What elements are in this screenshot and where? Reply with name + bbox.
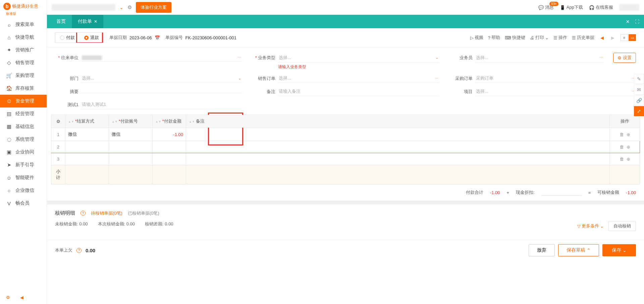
col-settle[interactable]: ▲▼*结算方式	[65, 115, 109, 128]
dept-input[interactable]: 选择...⌄	[81, 74, 242, 83]
messages-link[interactable]: 💬 消息 99+	[538, 4, 554, 10]
video-link[interactable]: ▷ 视频	[470, 35, 483, 41]
add-row-icon[interactable]: ⊕	[627, 132, 630, 137]
nav-item-1[interactable]: ⌂快捷导航	[0, 31, 47, 44]
view-card-icon[interactable]: ▭	[629, 34, 636, 41]
cell-amount[interactable]	[153, 153, 186, 165]
calendar-icon[interactable]: 📅	[155, 35, 160, 40]
save-button[interactable]: 保存 ⌄	[602, 244, 636, 256]
nav-item-3[interactable]: ◇销售管理	[0, 56, 47, 69]
prev-doc-icon[interactable]: ◀	[599, 35, 605, 40]
org-chevron-icon[interactable]: ⌄	[119, 5, 123, 10]
app-download-link[interactable]: 📱 App下载	[560, 4, 583, 10]
owe-info-icon[interactable]: ?	[76, 248, 82, 253]
discount-input[interactable]	[541, 189, 582, 196]
staff-input[interactable]: 选择...⋯	[475, 53, 604, 62]
summary-input[interactable]	[81, 90, 242, 93]
tab-fullscreen-icon[interactable]: ⛶	[634, 18, 641, 26]
tab-close-icon[interactable]: ✕	[94, 19, 97, 24]
service-link[interactable]: 🎧 在线客服	[589, 4, 613, 10]
settings-icon[interactable]: ⚙	[6, 295, 10, 300]
nav-item-9[interactable]: ◌系统管理	[0, 133, 47, 146]
table-row[interactable]: 2🗑⊕	[51, 141, 640, 153]
cell-amount[interactable]: -1.00	[153, 128, 186, 141]
project-input[interactable]: 选择...⋯	[475, 87, 636, 96]
verify-tab-done[interactable]: 已核销单据(0笔)	[128, 210, 159, 216]
table-row[interactable]: 1微信微信-1.00🗑⊕	[51, 128, 640, 141]
nav-item-13[interactable]: ○企业微信	[0, 184, 47, 197]
nav-item-5[interactable]: 🏠库存核算	[0, 82, 47, 95]
delete-row-icon[interactable]: 🗑	[620, 132, 624, 137]
col-account[interactable]: ▲▼*付款账号	[109, 115, 153, 128]
info-icon[interactable]: ?	[80, 211, 86, 216]
print-link[interactable]: 🖨 打印 ⌄	[530, 35, 549, 41]
more-conditions-link[interactable]: ▽ 更多条件 ⌄	[577, 223, 604, 229]
biztype-input[interactable]: 选择...⌄	[278, 53, 439, 62]
cell-remark[interactable]	[186, 128, 610, 141]
nav-label: 营销推广	[15, 47, 34, 53]
col-gear[interactable]: ⚙	[51, 115, 65, 128]
nav-item-6[interactable]: ⊙资金管理	[0, 95, 47, 107]
settings-button[interactable]: ⚙ 设置	[613, 53, 636, 63]
float-note-icon[interactable]: ✎	[634, 74, 644, 84]
radio-refund[interactable]: 退款	[79, 33, 104, 43]
purchase-order-input[interactable]: 采购订单⋯	[475, 74, 636, 83]
abandon-button[interactable]: 放弃	[529, 244, 555, 256]
cell-settle[interactable]: 微信	[65, 128, 109, 141]
operate-link[interactable]: ☰ 操作	[553, 35, 567, 41]
auto-verify-button[interactable]: 自动核销	[608, 221, 636, 231]
nav-item-7[interactable]: ▤经营管理	[0, 107, 47, 120]
float-expand-icon[interactable]: ⤢	[634, 106, 644, 116]
nav-item-10[interactable]: ▣企业协同	[0, 146, 47, 159]
col-amount[interactable]: ▲▼*付款金额	[153, 115, 186, 128]
nav-item-8[interactable]: ▦基础信息	[0, 120, 47, 133]
save-draft-button[interactable]: 保存草稿 ⌃	[558, 244, 599, 256]
remark-input[interactable]: 请输入备注	[278, 87, 439, 96]
doc-date-value[interactable]: 2023-06-06	[129, 35, 152, 40]
nav-item-4[interactable]: 🛒采购管理	[0, 69, 47, 82]
verify-amount-label: 可核销金额	[597, 189, 619, 196]
nav-item-11[interactable]: ➤新手引导	[0, 159, 47, 171]
avatar-blur[interactable]	[619, 4, 639, 11]
shortcut-link[interactable]: ⌨ 快捷键	[505, 35, 525, 41]
float-mail-icon[interactable]: ✉	[634, 85, 644, 95]
detail-table: ⚙ ▲▼*结算方式 ▲▼*付款账号 ▲▼*付款金额 ▲▼备注 操作 1微信微信-…	[51, 115, 640, 184]
history-link[interactable]: ☰ 历史单据	[572, 35, 594, 41]
add-row-icon[interactable]: ⊕	[627, 144, 630, 149]
unit-input[interactable]: ⋯	[81, 54, 242, 62]
radio-payment[interactable]: 付款	[55, 33, 79, 43]
nav-item-2[interactable]: ✦营销推广	[0, 44, 47, 56]
nav-icon: ◌	[6, 136, 12, 142]
sales-order-input[interactable]: 选择...⋯	[278, 74, 439, 83]
tab-home[interactable]: 首页	[50, 15, 72, 28]
delete-row-icon[interactable]: 🗑	[620, 157, 624, 162]
nav-item-14[interactable]: V畅会员	[0, 197, 47, 210]
tab-payment[interactable]: 付款单 ✕	[72, 15, 103, 28]
add-row-icon[interactable]: ⊕	[627, 157, 630, 162]
test1-input[interactable]: 请输入测试1	[81, 100, 242, 109]
table-row[interactable]: 3🗑⊕	[51, 153, 640, 165]
org-gear-icon[interactable]: ⚙	[127, 4, 132, 10]
col-remark[interactable]: ▲▼备注	[186, 115, 610, 128]
help-link[interactable]: ? 帮助	[488, 35, 500, 41]
cell-account[interactable]: 微信	[109, 128, 153, 141]
cell-remark[interactable]	[186, 141, 610, 153]
cell-remark[interactable]	[186, 153, 610, 165]
next-doc-icon[interactable]: ▶	[610, 35, 616, 40]
nav-item-0[interactable]: ⌕搜索菜单	[0, 18, 47, 31]
nav-item-12[interactable]: ☺智能硬件	[0, 171, 47, 184]
cell-account[interactable]	[109, 153, 153, 165]
trial-button[interactable]: 体验行业方案	[136, 2, 171, 13]
collapse-icon[interactable]: ◀	[20, 295, 23, 300]
field-unit: 往来单位 ⋯	[55, 53, 242, 63]
tab-close-all-icon[interactable]: ✕	[625, 18, 631, 26]
float-link-icon[interactable]: 🔗	[634, 95, 644, 105]
field-biztype: 业务类型 选择...⌄	[252, 53, 439, 63]
view-list-icon[interactable]: ≡	[621, 34, 628, 41]
cell-account[interactable]	[109, 141, 153, 153]
cell-settle[interactable]	[65, 153, 109, 165]
cell-amount[interactable]	[153, 141, 186, 153]
cell-settle[interactable]	[65, 141, 109, 153]
verify-tab-pending[interactable]: 待核销单据(0笔)	[91, 210, 122, 216]
delete-row-icon[interactable]: 🗑	[620, 144, 624, 149]
